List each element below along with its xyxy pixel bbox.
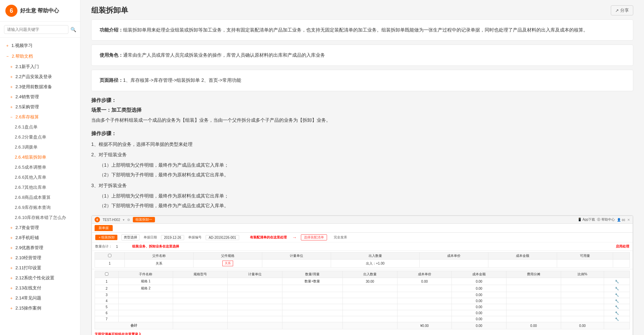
minus-icon: － [5,53,10,59]
plus-icon-newbie: ＋ [9,64,13,70]
footer-val2: 0.00 [452,322,506,329]
sidebar-leaf-cost-adjust[interactable]: 2.6.5成本调整单 [0,162,80,172]
topbar-help: ⓪ 帮助中心 [597,217,615,222]
sidebar-item-payment[interactable]: ＋ 2.13在线支付 [0,283,80,293]
th-parent-name: 父件名称 [124,253,193,260]
tab-new-order[interactable]: 新单据 [95,225,113,231]
step2-2-text: （2）下部明细为子件明细，最终作为原材料生成其它出库单。 [99,171,633,179]
sidebar-leaf-other-in[interactable]: 2.6.6其他入库单 [0,172,80,182]
btn-confirm[interactable]: 完全发库 [331,235,350,240]
step2-text: 2、对于组装业务 [91,151,633,159]
sub-table-row: 40.00🔧 [95,298,630,304]
step3-text: 3、对于拆装业务 [91,181,633,190]
sidebar-item-sales[interactable]: ＋ 2.4销售管理 [0,92,80,102]
sidebar-item-faq[interactable]: ＋ 2.14常见问题 [0,293,80,303]
btn-orange-top[interactable]: 组装拆卸一 [133,217,155,222]
sub-th-name: 子件名称 [118,271,173,278]
page-title: 组装拆卸单 [91,5,128,15]
role-label: 使用角色： [100,52,123,58]
th-unit: 计量单位 [262,253,331,260]
plus-icon-cases: ＋ [9,305,13,311]
path-text: 页面路径：1、库存核算->库存管理->组装拆卸单 2、首页->常用功能 [100,76,625,85]
path-card: 页面路径：1、库存核算->库存管理->组装拆卸单 2、首页->常用功能 [91,70,633,91]
sidebar-item-purchase[interactable]: ＋ 2.5采购管理 [0,102,80,112]
annotation-no-bom: 无固定清单可组组在这里置录入 [95,332,142,335]
sidebar-item-prepare[interactable]: ＋ 2.3使用前数据准备 [0,82,80,92]
sidebar-leaf-other-out[interactable]: 2.6.7其他出库单 [0,182,80,192]
sub-th-cost-amt2: 成本金额 [452,271,506,278]
plus-icon-sales: ＋ [9,94,13,100]
sidebar-item-install[interactable]: ＋ 2.2产品安装及登录 [0,72,80,82]
sidebar-item-newbie[interactable]: ＋ 2.1新手入门 [0,62,80,72]
func-intro-card: 功能介绍：组装拆卸单用来处理企业组装或拆卸等加工业务，支持有固定装配清单的产品加… [91,19,633,41]
scene1-title: 场景一：加工类型选择 [91,107,633,113]
sidebar-leaf-stock-error[interactable]: 2.6.10库存账本错了怎么办 [0,213,80,223]
path-label: 页面路径： [100,77,123,83]
search-input[interactable] [4,25,68,34]
sidebar-item-print[interactable]: ＋ 2.11打印设置 [0,263,80,273]
func-intro-label: 功能介绍： [100,27,123,33]
sub-table-row: 30.00🔧 [95,292,630,298]
nav-section-1: ＋ 1.视频学习 [0,40,80,51]
share-button[interactable]: ↗ 分享 [611,5,633,15]
topbar-id: TEST-H002 [103,218,120,222]
sub-table-row: 1 规格 1 数量+数量 30.00 0.00 0.00 [95,278,630,285]
sidebar-item-mobile[interactable]: ＋ 2.8手机旺铺 [0,233,80,243]
row-num: 1 [95,260,125,268]
parent-table: 父件名称 父件规格 计量单位 出入数量 成本单价 成本金额 可用量 [95,252,630,268]
sub-th-cost-price2: 成本单价 [397,271,452,278]
scene1-desc: 当由多个子件材料组装成一个成品的业务为【组装】业务，当由一个父件拆分成多个子产品… [91,116,633,124]
dropdown-icon[interactable]: ▾ [123,218,124,222]
plus-icon: ＋ [5,43,9,49]
sidebar-item-video-label: 1.视频学习 [11,43,33,49]
role-card: 使用角色：通常由生产人员或库管人员完成拆装业务的操作，库管人员确认原材料的出库和… [91,45,633,66]
row-spec: 关系 [193,260,262,268]
sidebar-item-inventory[interactable]: － 2.6库存核算 [0,112,80,122]
nav-sub-items-docs: ＋ 2.1新手入门 ＋ 2.2产品安装及登录 ＋ 2.3使用前数据准备 ＋ 2.… [0,62,80,313]
sidebar-leaf-partial-stocktake[interactable]: 2.6.2分量盘点单 [0,132,80,142]
annotation-type: 组装业务、拆卸业务在这里选择 [132,244,179,249]
table-footer: 合计 ¥0.00 0.00 0.00 0.00 [95,322,630,329]
sidebar-leaf-stocktake[interactable]: 2.6.1盘点单 [0,122,80,132]
row-cost-amt [488,260,557,268]
sub-th-ratio: 比例% [561,271,604,278]
sidebar-leaf-transfer[interactable]: 2.6.3调拨单 [0,142,80,152]
search-button[interactable]: 🔍 [70,27,76,32]
sidebar-item-customize[interactable]: ＋ 2.12系统个性化设置 [0,273,80,283]
main-header: 组装拆卸单 ↗ 分享 [80,0,644,19]
sub-select-all[interactable] [105,272,108,276]
plus-icon-purchase: ＋ [9,104,13,110]
sub-th-action2 [604,271,630,278]
btn-type-select[interactable]: 类型选择 [121,234,140,240]
row-spec-input[interactable]: 关系 [222,261,233,266]
table-row: 1 关系 关系 出入：+1.00 [95,260,630,268]
annotation-process: 启用处理 [616,244,629,249]
select-all-checkbox[interactable] [108,254,111,257]
sidebar-leaf-stock-query[interactable]: 2.6.9库存账本查询 [0,203,80,213]
sidebar-item-cases[interactable]: ＋ 2.15操作案例 [0,303,80,313]
sidebar-leaf-cost-recalc[interactable]: 2.6.8商品成本重算 [0,192,80,203]
th-checkbox [95,253,125,260]
ops-title: 操作步骤： [91,97,633,104]
form-date-input[interactable]: 2019-12-26 [161,235,184,240]
sidebar-item-operation[interactable]: ＋ 2.10经营管理 [0,253,80,263]
sub-th-spec: 规格型号 [173,271,228,278]
sidebar-leaf-assembly[interactable]: 2.6.4组装拆卸单 [0,152,80,162]
sidebar-item-finance[interactable]: ＋ 2.7资金管理 [0,223,80,233]
form-order-input[interactable]: AD-20191226-001 [206,235,239,240]
form-qty-val: 1 [116,245,118,248]
plus-icon-operation: ＋ [9,255,13,261]
sidebar: 6 好生意 帮助中心 🔍 ＋ 1.视频学习 － 2.帮助文档 ＋ 2.1新手入门 [0,0,80,335]
close-icon[interactable]: ✕ [627,218,630,222]
func-intro-content: 组装拆卸单用来处理企业组装或拆卸等加工业务，支持有固定装配清单的产品加工业务，也… [123,27,588,33]
ops-section: 操作步骤： 场景一：加工类型选择 当由多个子件材料组装成一个成品的业务为【组装】… [91,97,633,335]
sidebar-item-docs[interactable]: － 2.帮助文档 [0,51,80,62]
sidebar-item-coupon[interactable]: ＋ 2.9优惠券管理 [0,243,80,253]
th-actions [613,253,630,260]
steps-sub-title: 操作步骤： [91,130,633,137]
plus-icon-customize: ＋ [9,275,13,281]
plus-icon-coupon: ＋ [9,245,13,251]
btn-add-order[interactable]: ＋组装拆卸 [95,235,117,240]
btn-select-bom[interactable]: 选择装配清单 [301,234,327,240]
sidebar-item-video[interactable]: ＋ 1.视频学习 [0,40,80,51]
